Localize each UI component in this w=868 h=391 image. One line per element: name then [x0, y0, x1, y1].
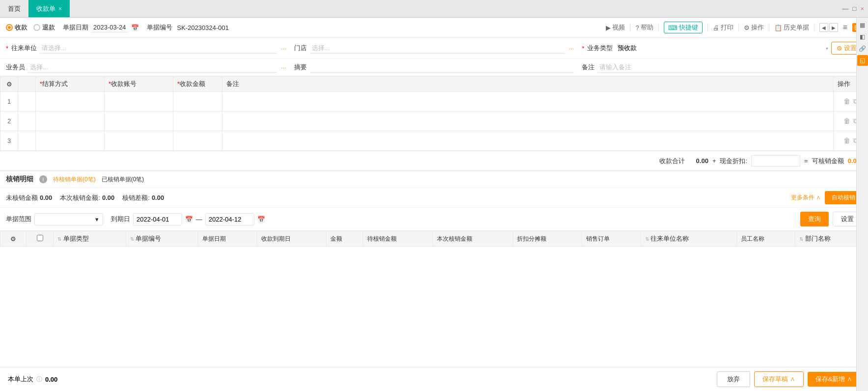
tab-receipt[interactable]: 收款单 ×	[28, 0, 70, 17]
vt-check-all[interactable]	[37, 235, 43, 241]
more-filters-btn[interactable]: 更多条件 ∧	[791, 194, 821, 202]
summary-input[interactable]	[310, 62, 574, 73]
remark-input[interactable]	[597, 62, 862, 73]
shortcut-btn[interactable]: ⌨ 快捷键	[664, 22, 703, 33]
video-btn[interactable]: ▶ 视频	[606, 23, 625, 32]
doc-date-field: 单据日期 2023-03-24 📅	[63, 23, 139, 32]
tab-done[interactable]: 已核销单据(0笔)	[102, 175, 144, 184]
row3-delete-icon[interactable]: 🗑	[843, 137, 850, 145]
history-btn[interactable]: 📋 历史单据	[774, 23, 809, 32]
staff-input[interactable]	[28, 62, 277, 73]
prev-btn[interactable]: ◀	[819, 23, 828, 32]
tab-close-icon[interactable]: ×	[58, 5, 62, 12]
table-row: 3 🗑 ⧉	[0, 131, 868, 151]
vt-sales-order-header: 销售订单	[582, 231, 641, 247]
calendar-from-icon[interactable]: 📅	[185, 216, 193, 223]
query-btn[interactable]: 查询	[800, 212, 829, 226]
receipt-table-section: ⚙ *结算方式 *收款账号 *收款金额 备注 操作	[0, 76, 868, 151]
form-row-2: 业务员 ··· 摘要 备注	[0, 59, 868, 76]
calendar-to-icon[interactable]: 📅	[257, 216, 265, 223]
sidebar-expand-icon[interactable]: ◱	[857, 55, 868, 66]
help-btn[interactable]: ? 帮助	[635, 23, 653, 32]
verify-title: 核销明细	[6, 175, 33, 184]
row3-amount[interactable]	[173, 131, 222, 151]
row1-settle[interactable]	[36, 92, 105, 112]
row1-remark[interactable]	[222, 92, 834, 112]
receipt-radio-label: 收款	[15, 23, 27, 32]
partner-dots-icon[interactable]: ···	[281, 45, 286, 52]
due-date-field: 到期日 📅 — 📅	[111, 213, 265, 225]
store-dots-icon[interactable]: ···	[569, 45, 574, 52]
store-input[interactable]	[310, 43, 565, 54]
nav-arrows: ◀ ▶	[819, 23, 838, 32]
staff-field: 业务员 ···	[6, 62, 286, 73]
print-btn[interactable]: 🖨 打印	[713, 23, 733, 32]
table-row: 2 🗑 ⧉	[0, 112, 868, 131]
list-view-icon[interactable]: ≡	[843, 23, 847, 32]
abandon-btn[interactable]: 放弃	[717, 371, 750, 387]
row2-amount[interactable]	[173, 112, 222, 131]
sidebar-link-icon[interactable]: 🔗	[857, 43, 868, 54]
video-icon: ▶	[606, 24, 611, 31]
refund-radio-label: 退款	[42, 23, 55, 32]
partner-input[interactable]	[40, 43, 277, 54]
calendar-icon[interactable]: 📅	[131, 24, 139, 31]
operation-btn[interactable]: ⚙ 操作	[744, 23, 764, 32]
table-gear-icon: ⚙	[6, 81, 12, 88]
row3-account[interactable]	[105, 131, 173, 151]
staff-dots-icon[interactable]: ···	[281, 64, 286, 71]
row1-delete-icon[interactable]: 🗑	[843, 97, 850, 106]
row3-settle[interactable]	[36, 131, 105, 151]
refund-radio[interactable]: 退款	[33, 23, 55, 32]
doc-no-field: 单据编号 SK-20230324-001	[147, 23, 231, 32]
due-date-from[interactable]	[133, 213, 182, 225]
row2-num2	[18, 112, 36, 131]
save-draft-btn[interactable]: 保存草稿 ∧	[754, 371, 804, 387]
doc-date-value[interactable]: 2023-03-24	[91, 23, 128, 32]
row1-account[interactable]	[105, 92, 173, 112]
tab-pending[interactable]: 待核销单据(0笔)	[53, 175, 96, 184]
doc-range-select[interactable]: ▾	[34, 213, 103, 225]
verifiable-label: 可核销金额	[812, 157, 844, 166]
receipt-table: ⚙ *结算方式 *收款账号 *收款金额 备注 操作	[0, 76, 868, 151]
toolbar-right: ▶ 视频 ? 帮助 ⌨ 快捷键 🖨 打印 ⚙ 操作	[606, 22, 862, 33]
bottom-left: 本单上次 ⓘ 0.00	[8, 375, 57, 384]
tab-bar: 首页 收款单 × — □ ×	[0, 0, 868, 18]
vt-docno-sort-icon: ⇅	[130, 236, 134, 242]
vt-gear-header[interactable]: ⚙	[0, 231, 27, 247]
window-minimize-icon[interactable]: —	[842, 5, 849, 12]
per-page-label: 本单上次	[8, 375, 33, 384]
divider5	[769, 24, 769, 31]
row2-account[interactable]	[105, 112, 173, 131]
biz-type-value: 预收款	[616, 42, 823, 54]
save-new-btn[interactable]: 保存&新增 ∧	[808, 372, 860, 387]
table-gear-header[interactable]: ⚙	[0, 77, 18, 92]
toolbar: 收款 退款 单据日期 2023-03-24 📅 单据编号 SK-20230324…	[0, 18, 868, 38]
row3-num2	[18, 131, 36, 151]
date-sep: —	[196, 216, 202, 223]
tab-home[interactable]: 首页	[0, 0, 28, 17]
biz-type-arrow-icon[interactable]: ▾	[826, 46, 828, 51]
discount-label: 现金折扣:	[720, 157, 747, 166]
receipt-radio[interactable]: 收款	[6, 23, 27, 32]
diff-stat: 核销差额: 0.00	[122, 194, 164, 202]
info-icon[interactable]: ⓘ	[36, 375, 42, 384]
row2-delete-icon[interactable]: 🗑	[843, 117, 850, 125]
verify-table-header-row: ⚙ ⇅ 单据类型 ⇅ 单据编号 单据日期	[0, 231, 868, 247]
row3-remark[interactable]	[222, 131, 834, 151]
sidebar-table-icon[interactable]: ▦	[857, 20, 868, 30]
help-icon: ?	[635, 24, 639, 31]
row2-settle[interactable]	[36, 112, 105, 131]
sidebar-panel-icon[interactable]: ◧	[857, 31, 868, 42]
tab-bar-actions: — □ ×	[842, 5, 868, 12]
window-maximize-icon[interactable]: □	[853, 5, 857, 12]
window-close-icon[interactable]: ×	[860, 5, 864, 12]
next-btn[interactable]: ▶	[829, 23, 838, 32]
row2-remark[interactable]	[222, 112, 834, 131]
tab-home-label: 首页	[8, 4, 21, 13]
row1-amount[interactable]	[173, 92, 222, 112]
summary-label: 摘要	[294, 63, 307, 72]
verify-info-icon[interactable]: i	[39, 175, 47, 183]
discount-input[interactable]	[751, 155, 800, 167]
due-date-to[interactable]	[205, 213, 254, 225]
